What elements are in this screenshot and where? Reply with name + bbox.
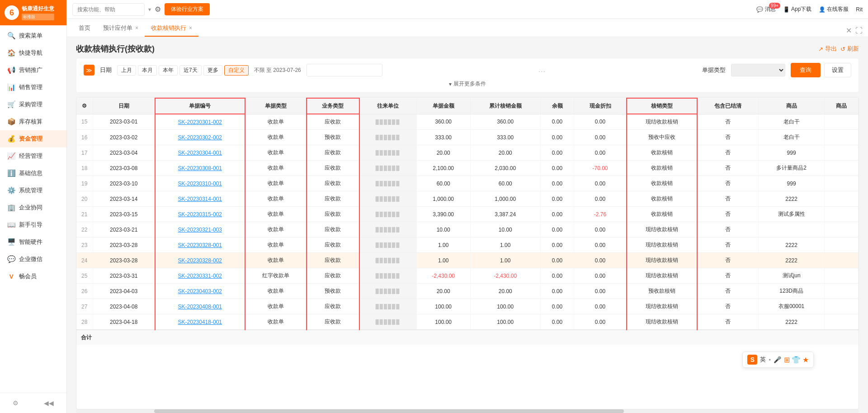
table-row[interactable]: 15 2023-03-01 SK-20230301-002 收款单 应收款 ██… bbox=[76, 114, 859, 130]
date-more-btn[interactable]: 更多 bbox=[203, 65, 222, 76]
th-settings[interactable]: ⚙ bbox=[76, 98, 93, 114]
message-link[interactable]: 💬 消息 99+ bbox=[756, 5, 776, 13]
table-scrollbar[interactable] bbox=[76, 409, 859, 413]
row-doc-no[interactable]: SK-20230301-002 bbox=[155, 114, 245, 130]
date-7days-btn[interactable]: 近7天 bbox=[179, 65, 202, 76]
settings-icon[interactable]: ⚙ bbox=[155, 5, 161, 14]
row-doc-no[interactable]: SK-20230308-001 bbox=[155, 161, 245, 176]
table-row[interactable]: 19 2023-03-10 SK-20230310-001 收款单 应收款 ██… bbox=[76, 176, 859, 191]
sidebar-item-quicknav[interactable]: 🏠 快捷导航 bbox=[0, 44, 66, 62]
sidebar-item-operation[interactable]: 📈 经营管理 bbox=[0, 147, 66, 165]
th-biz-type[interactable]: 业务类型 bbox=[307, 98, 359, 114]
refresh-button[interactable]: ↺ 刷新 bbox=[840, 45, 859, 53]
chevron-down-icon[interactable]: ▾ bbox=[148, 6, 151, 13]
export-button[interactable]: ↗ 导出 bbox=[818, 45, 837, 53]
tab-home[interactable]: 首页 bbox=[72, 20, 97, 37]
table-row[interactable]: 28 2023-04-18 SK-20230418-001 收款单 应收款 ██… bbox=[76, 314, 859, 330]
solution-button[interactable]: 体验行业方案 bbox=[165, 3, 210, 15]
table-row[interactable]: 27 2023-04-08 SK-20230408-001 收款单 应收款 ██… bbox=[76, 299, 859, 314]
row-partner: ██████ bbox=[359, 191, 416, 207]
tab-close-prereceipt[interactable]: × bbox=[135, 25, 138, 31]
date-cur-year-btn[interactable]: 本年 bbox=[159, 65, 178, 76]
settings-bottom-icon[interactable]: ⚙ bbox=[10, 397, 21, 409]
sidebar-item-guide[interactable]: 📖 新手引导 bbox=[0, 216, 66, 233]
th-date[interactable]: 日期 bbox=[93, 98, 155, 114]
tab-receipts[interactable]: 收款核销执行 × bbox=[145, 20, 198, 37]
row-doc-no[interactable]: SK-20230321-003 bbox=[155, 222, 245, 237]
sidebar-item-purchase[interactable]: 🛒 采购管理 bbox=[0, 96, 66, 113]
table-row[interactable]: 20 2023-03-14 SK-20230314-001 收款单 应收款 ██… bbox=[76, 191, 859, 207]
topbar: ▾ ⚙ 体验行业方案 💬 消息 99+ 📱 App下载 👤 在线客服 Rit bbox=[67, 0, 868, 19]
close-tab-icon[interactable]: ✕ bbox=[846, 26, 852, 35]
search-input[interactable] bbox=[72, 3, 145, 16]
row-doc-no[interactable]: SK-20230331-002 bbox=[155, 268, 245, 284]
expand-more-button[interactable]: ▾ 展开更多条件 bbox=[449, 80, 486, 88]
table-row[interactable]: 18 2023-03-08 SK-20230308-001 收款单 应收款 ██… bbox=[76, 161, 859, 176]
th-doc-type[interactable]: 单据类型 bbox=[245, 98, 307, 114]
date-prev-month-btn[interactable]: 上月 bbox=[117, 65, 136, 76]
row-doc-no[interactable]: SK-20230403-002 bbox=[155, 284, 245, 299]
row-doc-no[interactable]: SK-20230328-002 bbox=[155, 253, 245, 268]
filter-expand-button[interactable]: ≫ bbox=[84, 65, 94, 76]
row-doc-no[interactable]: SK-20230408-001 bbox=[155, 299, 245, 314]
row-balance: 0.00 bbox=[540, 176, 574, 191]
sidebar-item-basic[interactable]: ℹ️ 基础信息 bbox=[0, 165, 66, 182]
th-accumulated[interactable]: 累计核销金额 bbox=[470, 98, 540, 114]
data-table-wrapper[interactable]: ⚙ 日期 单据编号 单据类型 业务类型 往来单位 单据金额 累计核销金额 余额 … bbox=[76, 97, 859, 409]
row-doc-no[interactable]: SK-20230314-001 bbox=[155, 191, 245, 207]
sidebar-item-enterprise[interactable]: 🏢 企业协同 bbox=[0, 199, 66, 216]
sidebar-item-member[interactable]: V 畅会员 bbox=[0, 268, 66, 285]
table-row[interactable]: 26 2023-04-03 SK-20230403-002 收款单 预收款 ██… bbox=[76, 284, 859, 299]
sidebar-item-capital[interactable]: 💰 资金管理 bbox=[0, 130, 66, 147]
row-discount: 0.00 bbox=[574, 114, 627, 130]
sidebar-item-search[interactable]: 🔍 搜索菜单 bbox=[0, 27, 66, 44]
table-row[interactable]: 21 2023-03-15 SK-20230315-002 收款单 应收款 ██… bbox=[76, 207, 859, 222]
settings-button[interactable]: 设置 bbox=[824, 63, 851, 77]
th-goods2[interactable]: 商品 bbox=[825, 98, 859, 114]
row-num: 21 bbox=[76, 207, 93, 222]
row-doc-no[interactable]: SK-20230328-001 bbox=[155, 237, 245, 253]
row-included: 否 bbox=[697, 176, 759, 191]
online-service-link[interactable]: 👤 在线客服 bbox=[819, 5, 849, 13]
row-doc-no[interactable]: SK-20230302-002 bbox=[155, 130, 245, 145]
th-balance[interactable]: 余额 bbox=[540, 98, 574, 114]
th-discount[interactable]: 现金折扣 bbox=[574, 98, 627, 114]
tab-prereceipt[interactable]: 预计应付单 × bbox=[97, 20, 145, 37]
th-goods1[interactable]: 商品 bbox=[759, 98, 825, 114]
th-included[interactable]: 包含已结清 bbox=[697, 98, 759, 114]
table-row[interactable]: 23 2023-03-28 SK-20230328-001 收款单 应收款 ██… bbox=[76, 237, 859, 253]
sidebar-item-marketing[interactable]: 📢 营销推广 bbox=[0, 62, 66, 79]
sidebar-item-inventory[interactable]: 📦 库存核算 bbox=[0, 113, 66, 130]
tab-close-receipts[interactable]: × bbox=[189, 25, 192, 31]
sidebar-item-sales[interactable]: 📊 销售管理 bbox=[0, 79, 66, 96]
row-goods1: 999 bbox=[759, 145, 825, 161]
th-verify-type[interactable]: 核销类型 bbox=[627, 98, 697, 114]
sidebar-item-system[interactable]: ⚙️ 系统管理 bbox=[0, 182, 66, 199]
sidebar-item-hardware[interactable]: 🖥️ 智能硬件 bbox=[0, 233, 66, 251]
row-doc-no[interactable]: SK-20230418-001 bbox=[155, 314, 245, 330]
table-row[interactable]: 24 2023-03-28 SK-20230328-002 收款单 应收款 ██… bbox=[76, 253, 859, 268]
row-doc-no[interactable]: SK-20230315-002 bbox=[155, 207, 245, 222]
partner-input[interactable] bbox=[307, 64, 382, 76]
date-custom-btn[interactable]: 自定义 bbox=[224, 65, 249, 76]
row-balance: 0.00 bbox=[540, 299, 574, 314]
table-row[interactable]: 17 2023-03-04 SK-20230304-001 收款单 应收款 ██… bbox=[76, 145, 859, 161]
row-biz-type: 应收款 bbox=[307, 191, 359, 207]
table-row[interactable]: 25 2023-03-31 SK-20230331-002 红字收款单 应收款 … bbox=[76, 268, 859, 284]
table-row[interactable]: 16 2023-03-02 SK-20230302-002 收款单 预收款 ██… bbox=[76, 130, 859, 145]
topbar-right: 💬 消息 99+ 📱 App下载 👤 在线客服 Rit bbox=[756, 5, 863, 13]
date-cur-month-btn[interactable]: 本月 bbox=[138, 65, 157, 76]
collapse-icon[interactable]: ◀◀ bbox=[41, 397, 57, 409]
row-doc-no[interactable]: SK-20230310-001 bbox=[155, 176, 245, 191]
row-doc-no[interactable]: SK-20230304-001 bbox=[155, 145, 245, 161]
th-amount[interactable]: 单据金额 bbox=[416, 98, 470, 114]
th-doc-no[interactable]: 单据编号 bbox=[155, 98, 245, 114]
user-profile[interactable]: Rit bbox=[856, 6, 863, 13]
query-button[interactable]: 查询 bbox=[791, 63, 821, 77]
doc-type-select[interactable] bbox=[731, 64, 785, 76]
table-row[interactable]: 22 2023-03-21 SK-20230321-003 收款单 应收款 ██… bbox=[76, 222, 859, 237]
app-download-link[interactable]: 📱 App下载 bbox=[783, 5, 811, 13]
expand-tab-icon[interactable]: ⛶ bbox=[855, 27, 863, 35]
sidebar-item-wechat[interactable]: 💬 企业微信 bbox=[0, 251, 66, 268]
th-partner[interactable]: 往来单位 bbox=[359, 98, 416, 114]
